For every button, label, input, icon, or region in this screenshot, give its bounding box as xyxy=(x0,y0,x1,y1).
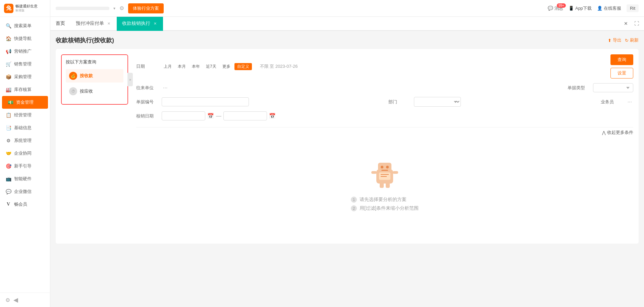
date-btn-more[interactable]: 更多 xyxy=(220,63,232,70)
sidebar-item-sales[interactable]: 🛒 销售管理 xyxy=(0,58,50,70)
page-header-actions: ⬆ 导出 ↻ 刷新 xyxy=(608,37,639,43)
date-range-text: 不限 至 2023-07-26 xyxy=(260,63,298,69)
query-button[interactable]: 查询 xyxy=(610,54,633,65)
docno-label: 单据编号 xyxy=(136,99,156,105)
vip-icon: V xyxy=(5,202,11,207)
logo-icon: 兔 xyxy=(4,4,13,13)
verify-date-range: 2023-03-01 📅 — 2023-07-21 📅 xyxy=(162,111,276,120)
sidebar: 兔 畅捷通好生意 标准版 🔍 搜索菜单 🏠 快捷导航 📢 营销推广 🛒 销售管理… xyxy=(0,0,50,307)
collapse-more-label: 收起更多条件 xyxy=(607,130,633,136)
form-row-partner: 往来单位 ··· 单据类型 xyxy=(136,83,633,92)
solution-button[interactable]: 体验行业方案 xyxy=(128,3,164,13)
sidebar-item-inventory[interactable]: 🏭 库存核算 xyxy=(0,83,50,96)
settings-icon[interactable]: ⚙ xyxy=(5,297,10,303)
system-icon: ⚙ xyxy=(5,138,11,143)
filter-item-label: 按收款 xyxy=(80,73,93,79)
sidebar-item-label: 经营管理 xyxy=(14,112,32,118)
message-icon: 💬 xyxy=(548,6,553,11)
inventory-icon: 🏭 xyxy=(5,87,11,92)
app-download-button[interactable]: 📱 App下载 xyxy=(569,5,592,11)
collapse-more-btn[interactable]: ⋀ 收起更多条件 xyxy=(136,127,633,138)
hardware-icon: 📺 xyxy=(5,176,11,182)
message-button[interactable]: 💬 消息 99+ xyxy=(548,5,563,11)
sidebar-item-collab[interactable]: 🤝 企业协同 xyxy=(0,147,50,160)
export-label: 导出 xyxy=(613,37,622,43)
dept-label: 部门 xyxy=(388,99,409,105)
verify-date-start-cal-icon[interactable]: 📅 xyxy=(207,113,214,119)
verify-date-start-input[interactable]: 2023-03-01 xyxy=(162,111,205,120)
export-icon: ⬆ xyxy=(608,38,611,43)
verify-date-label: 核销日期 xyxy=(136,113,156,119)
setting-button[interactable]: 设置 xyxy=(610,68,633,79)
tab-prepay[interactable]: 预付冲应付单 ✕ xyxy=(70,17,117,31)
finance-icon: 💵 xyxy=(7,100,13,105)
sidebar-item-operation[interactable]: 📋 经营管理 xyxy=(0,109,50,121)
verify-date-end-input[interactable]: 2023-07-21 xyxy=(223,111,267,120)
sidebar-item-marketing[interactable]: 📢 营销推广 xyxy=(0,45,50,58)
sidebar-item-purchase[interactable]: 📦 采购管理 xyxy=(0,70,50,83)
user-avatar[interactable]: Rit xyxy=(627,4,639,12)
refresh-button[interactable]: ↻ 刷新 xyxy=(625,37,639,43)
partner-label: 往来单位 xyxy=(136,85,156,91)
form-row-date: 日期 上月 本月 本年 近7天 更多 自定义 不限 至 2023-07-26 xyxy=(136,54,633,79)
sidebar-item-label: 新手引导 xyxy=(14,163,32,169)
date-btn-thismonth[interactable]: 本月 xyxy=(176,63,188,70)
topbar: ▾ ⚙ 体验行业方案 💬 消息 99+ 📱 App下载 👤 在线客服 Rit xyxy=(50,0,644,17)
date-btn-custom[interactable]: 自定义 xyxy=(234,63,252,70)
sidebar-item-label: 资金管理 xyxy=(16,99,34,105)
svg-point-2 xyxy=(381,166,383,168)
date-btn-lastmonth[interactable]: 上月 xyxy=(162,63,174,70)
hint-text-1: 请先选择要分析的方案 xyxy=(360,197,407,203)
sidebar-item-label: 库存核算 xyxy=(14,87,32,93)
date-btn-7days[interactable]: 近7天 xyxy=(204,63,218,70)
sidebar-item-basic[interactable]: 📑 基础信息 xyxy=(0,121,50,134)
sidebar-item-guide[interactable]: 🎯 新手引导 xyxy=(0,160,50,172)
marketing-icon: 📢 xyxy=(5,49,11,54)
sidebar-item-system[interactable]: ⚙ 系统管理 xyxy=(0,134,50,147)
empty-text: 1 请先选择要分析的方案 2 用[过滤]条件来缩小分析范围 xyxy=(351,197,419,211)
purchase-icon: 📦 xyxy=(5,74,11,80)
message-badge: 99+ xyxy=(557,3,566,8)
sidebar-bottom: ⚙ ◀ xyxy=(0,293,50,307)
topbar-chevron-icon[interactable]: ▾ xyxy=(113,6,115,11)
partner-more-btn[interactable]: ··· xyxy=(162,85,169,91)
staff-label: 业务员 xyxy=(601,99,621,105)
doctype-select[interactable] xyxy=(593,83,633,92)
sidebar-item-label: 企业微信 xyxy=(14,189,32,195)
sidebar-item-finance[interactable]: 💵 资金管理 xyxy=(2,96,48,109)
sidebar-item-vip[interactable]: V 畅会员 xyxy=(0,198,50,211)
service-button[interactable]: 👤 在线客服 xyxy=(597,5,621,11)
topbar-gear-icon[interactable]: ⚙ xyxy=(119,5,124,11)
tab-home[interactable]: 首页 xyxy=(50,17,70,31)
app-logo: 兔 畅捷通好生意 标准版 xyxy=(0,0,50,17)
tab-bar: 首页 预付冲应付单 ✕ 收款核销执行 ✕ ✕ ⛶ xyxy=(50,17,644,31)
app-label: App下载 xyxy=(575,5,592,11)
home-icon: 🏠 xyxy=(5,36,11,41)
collapse-up-icon: ⋀ xyxy=(602,130,606,135)
filter-item-by-receivable[interactable]: ⏱ 按应收 xyxy=(66,85,123,98)
staff-more-btn[interactable]: ··· xyxy=(626,99,633,105)
docno-input[interactable] xyxy=(162,97,249,106)
weixin-icon: 💬 xyxy=(5,189,11,194)
tab-receipt-verify[interactable]: 收款核销执行 ✕ xyxy=(117,17,163,31)
collapse-sidebar-icon[interactable]: ◀ xyxy=(13,296,18,304)
guide-icon: 🎯 xyxy=(5,163,11,169)
sidebar-item-weixin[interactable]: 💬 企业微信 xyxy=(0,185,50,198)
tab-prepay-close[interactable]: ✕ xyxy=(106,21,111,26)
filter-item-by-receipt[interactable]: 💰 按收款 xyxy=(66,69,123,83)
sidebar-item-hardware[interactable]: 📺 智能硬件 xyxy=(0,172,50,185)
date-shortcuts: 上月 本月 本年 近7天 更多 自定义 xyxy=(162,63,252,70)
sidebar-item-search[interactable]: 🔍 搜索菜单 xyxy=(0,19,50,32)
search-icon: 🔍 xyxy=(5,23,11,29)
verify-date-end-cal-icon[interactable]: 📅 xyxy=(269,113,276,119)
date-btn-thisyear[interactable]: 本年 xyxy=(190,63,202,70)
dept-select[interactable] xyxy=(414,97,461,107)
panel-collapse-button[interactable]: » xyxy=(127,73,133,86)
sidebar-item-label: 搜索菜单 xyxy=(14,23,32,29)
export-button[interactable]: ⬆ 导出 xyxy=(608,37,622,43)
tab-receipt-verify-close[interactable]: ✕ xyxy=(152,21,158,26)
tab-expand-icon[interactable]: ⛶ xyxy=(632,19,641,28)
tab-close-all-icon[interactable]: ✕ xyxy=(621,19,631,28)
tab-prepay-label: 预付冲应付单 xyxy=(76,20,104,27)
sidebar-item-nav[interactable]: 🏠 快捷导航 xyxy=(0,32,50,45)
